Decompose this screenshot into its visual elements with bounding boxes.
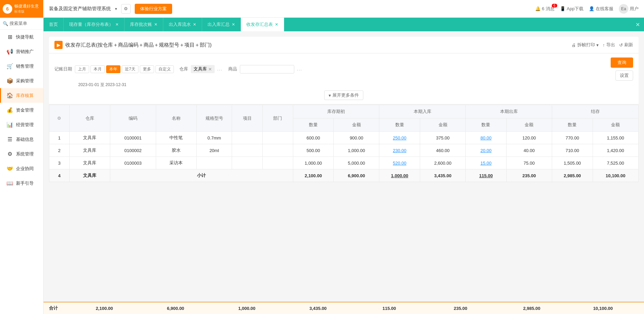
warehouse-ellipsis[interactable]: ... xyxy=(217,67,223,71)
row3-open-amt: 5,000.00 xyxy=(334,157,379,169)
th-out-group: 本期出库 xyxy=(466,105,552,118)
avatar: Ea xyxy=(619,4,628,14)
row3-in-qty[interactable]: 520.00 xyxy=(379,157,420,169)
sidebar-item-inventory[interactable]: 🏠 库存核算 xyxy=(0,88,43,103)
tab-batch[interactable]: 库存批次账 ✕ xyxy=(125,18,163,31)
search-button[interactable]: 查询 xyxy=(611,57,633,68)
th-settings[interactable]: ⚙ xyxy=(49,105,70,132)
subtotal-open-qty: 2,100.00 xyxy=(293,169,333,182)
date-filter: 记账日期 上月 本月 本年 近7天 更多 自定义 xyxy=(54,65,174,73)
print-dropdown-icon: ▾ xyxy=(596,43,599,48)
settings-button[interactable]: 设置 xyxy=(615,70,633,81)
tab-close-batch[interactable]: ✕ xyxy=(154,22,158,27)
sidebar-item-sales[interactable]: 🛒 销售管理 xyxy=(0,59,43,73)
tab-inventory-dist[interactable]: 现存量（库存分布表） ✕ xyxy=(64,18,125,31)
date-btn-custom[interactable]: 自定义 xyxy=(155,65,174,73)
warehouse-tag: 文具库 ✕ xyxy=(191,65,215,73)
th-project: 项目 xyxy=(232,105,263,132)
close-all-tabs[interactable]: ✕ xyxy=(631,21,644,28)
search-icon: 🔍 xyxy=(3,21,8,26)
notification-bell[interactable]: 🔔 6 6 消息 xyxy=(535,6,555,12)
basicinfo-icon: ☰ xyxy=(6,136,13,143)
warehouse-tag-close[interactable]: ✕ xyxy=(208,67,212,72)
tab-receive-dispatch[interactable]: 收发存汇总表 ✕ xyxy=(241,18,284,31)
total-out-qty: 115.00 xyxy=(354,306,425,311)
row2-out-qty[interactable]: 20.00 xyxy=(466,144,506,157)
row3-project xyxy=(232,157,263,169)
print-btn[interactable]: 🖨 拆帧打印 ▾ xyxy=(572,42,599,48)
sidebar-item-system[interactable]: ⚙ 系统管理 xyxy=(0,147,43,161)
service-icon: 👤 xyxy=(589,6,594,11)
settings-icon[interactable]: ⚙ xyxy=(121,4,131,14)
tab-flow[interactable]: 出入库流水 ✕ xyxy=(163,18,202,31)
expand-more-button[interactable]: ▾ 展开更多条件 xyxy=(324,90,363,100)
inventory-icon: 🏠 xyxy=(6,92,13,99)
table-header-group: ⚙ 仓库 编码 名称 规格型号 项目 部门 库存期初 本期入库 本期出库 结存 xyxy=(49,105,639,118)
row2-dept xyxy=(263,144,293,157)
total-end-amt: 10,100.00 xyxy=(567,306,639,311)
sidebar-item-enterprise[interactable]: 🤝 企业协同 xyxy=(0,161,43,176)
tab-close-flow[interactable]: ✕ xyxy=(193,22,196,27)
table-subtotal-row: 4 文具库 小计 2,100.00 6,900.00 1,000.00 3,43… xyxy=(49,169,639,182)
row1-out-qty[interactable]: 80.00 xyxy=(466,132,506,144)
total-values: 2,100.00 6,900.00 1,000.00 3,435.00 115.… xyxy=(69,306,639,311)
th-open-qty: 数量 xyxy=(293,118,333,132)
row1-num: 1 xyxy=(49,132,70,144)
tab-summary[interactable]: 出入库汇总 ✕ xyxy=(202,18,241,31)
tab-home[interactable]: 首页 xyxy=(44,18,64,31)
sidebar-nav: ⊞ 快捷导航 📢 营销推广 🛒 销售管理 📦 采购管理 🏠 库存核算 💰 资金管… xyxy=(0,30,43,314)
date-btn-more[interactable]: 更多 xyxy=(140,65,154,73)
row1-open-qty: 600.00 xyxy=(293,132,333,144)
th-dept: 部门 xyxy=(263,105,293,132)
sidebar-item-newbie[interactable]: 📖 新手引导 xyxy=(0,176,43,191)
th-spec: 规格型号 xyxy=(196,105,232,132)
subtotal-warehouse: 文具库 xyxy=(69,169,110,182)
sidebar-item-finance[interactable]: 💰 资金管理 xyxy=(0,103,43,117)
th-open-group: 库存期初 xyxy=(293,105,379,118)
logo-icon: 6 xyxy=(3,4,12,14)
sidebar-item-basicinfo[interactable]: ☰ 基础信息 xyxy=(0,132,43,147)
th-out-amt: 金额 xyxy=(506,118,552,132)
date-btn-7days[interactable]: 近7天 xyxy=(122,65,138,73)
tab-close-inventory-dist[interactable]: ✕ xyxy=(115,22,119,27)
table-row: 2 文具库 0100002 胶水 20ml 500.00 1,000.00 23… xyxy=(49,144,639,157)
tab-close-receive-dispatch[interactable]: ✕ xyxy=(275,22,278,27)
search-menu[interactable]: 🔍 搜索菜单 xyxy=(0,18,43,30)
app-download[interactable]: 📱 App下载 xyxy=(560,6,583,12)
row2-project xyxy=(232,144,263,157)
subtotal-in-qty[interactable]: 1,000.00 xyxy=(379,169,420,182)
goods-label: 商品 xyxy=(228,66,237,72)
sidebar-item-quicknav[interactable]: ⊞ 快捷导航 xyxy=(0,30,43,44)
date-btn-last-month[interactable]: 上月 xyxy=(75,65,89,73)
row3-dept xyxy=(263,157,293,169)
user-menu[interactable]: Ea 用户 xyxy=(619,4,639,14)
table-container: ⚙ 仓库 编码 名称 规格型号 项目 部门 库存期初 本期入库 本期出库 结存 xyxy=(49,105,639,182)
sidebar-item-operations[interactable]: 📊 经营管理 xyxy=(0,117,43,132)
operations-icon: 📊 xyxy=(6,121,13,128)
date-btn-this-year[interactable]: 本年 xyxy=(106,65,120,73)
collapse-btn[interactable]: ▶ xyxy=(54,41,63,49)
table-settings-icon[interactable]: ⚙ xyxy=(57,116,61,121)
date-btn-this-month[interactable]: 本月 xyxy=(90,65,105,73)
sidebar-item-purchase[interactable]: 📦 采购管理 xyxy=(0,73,43,88)
page-title: 收发存汇总表(按仓库＋商品编码＋商品＋规格型号＋项目＋部门) xyxy=(65,42,212,48)
system-dropdown[interactable]: ▾ xyxy=(115,6,117,11)
refresh-btn[interactable]: ↺ 刷新 xyxy=(619,42,633,48)
row3-out-qty[interactable]: 15.00 xyxy=(466,157,506,169)
subtotal-open-amt: 6,900.00 xyxy=(334,169,379,182)
online-service[interactable]: 👤 在线客服 xyxy=(589,6,613,12)
subtotal-out-qty[interactable]: 115.00 xyxy=(466,169,506,182)
sidebar-item-marketing[interactable]: 📢 营销推广 xyxy=(0,44,43,59)
goods-ellipsis[interactable]: ... xyxy=(297,67,302,71)
row2-out-amt: 40.00 xyxy=(506,144,552,157)
export-btn[interactable]: ↑ 导出 xyxy=(603,42,615,48)
row2-in-qty[interactable]: 230.00 xyxy=(379,144,420,157)
warehouse-label: 仓库 xyxy=(179,66,188,72)
th-warehouse: 仓库 xyxy=(69,105,110,132)
goods-input[interactable] xyxy=(240,65,294,73)
tab-close-summary[interactable]: ✕ xyxy=(232,22,235,27)
row2-end-amt: 1,420.00 xyxy=(593,144,638,157)
row1-in-qty[interactable]: 250.00 xyxy=(379,132,420,144)
trial-button[interactable]: 体验行业方案 xyxy=(135,4,172,14)
row2-spec: 20ml xyxy=(196,144,232,157)
